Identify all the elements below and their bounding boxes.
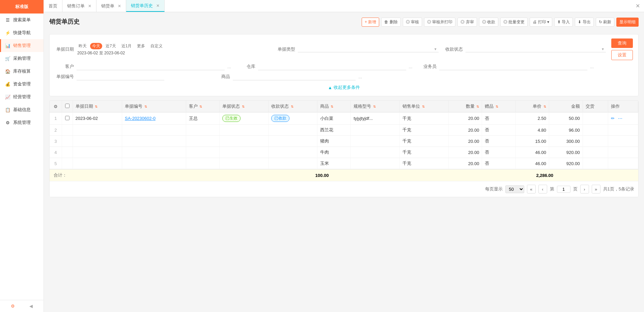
date-1month[interactable]: 近1月 xyxy=(119,43,134,49)
title-toolbar-row: 销货单历史 + 新增 🗑 删除 ◎ 审核 ◎ 审核并打印 ◎ 弃审 ◎ 收款 ◎… xyxy=(49,18,639,31)
date-yesterday[interactable]: 昨天 xyxy=(77,43,89,49)
th-collect-status[interactable]: 收款状态 ⇅ xyxy=(268,101,317,112)
th-date[interactable]: 单据日期 ⇅ xyxy=(73,101,122,112)
sidebar-item-search-menu[interactable]: ☰ 搜索菜单 xyxy=(0,14,44,26)
per-page-select[interactable]: 50 100 200 xyxy=(505,185,524,193)
pagination: 每页显示 50 100 200 « ‹ 第 页 › » 共1页，5条记录 xyxy=(50,181,638,197)
table-row: 4 牛肉 千克 20.00 否 46.00 920.00 xyxy=(50,147,638,158)
row5-gift: 否 xyxy=(482,158,515,169)
page-input[interactable] xyxy=(557,186,570,193)
th-unit[interactable]: 销售单位 ⇅ xyxy=(400,101,449,112)
sidebar-item-operations[interactable]: 📈 经营管理 xyxy=(0,90,44,103)
th-spec[interactable]: 规格型号 ⇅ xyxy=(351,101,400,112)
prev-page-btn[interactable]: ‹ xyxy=(538,185,547,193)
doc-no-input[interactable] xyxy=(77,73,164,80)
sidebar-collapse-icon[interactable]: ◀ xyxy=(29,304,33,309)
next-page-btn[interactable]: › xyxy=(580,185,589,193)
th-customer[interactable]: 客户 ⇅ xyxy=(186,101,219,112)
th-amount[interactable]: 金额 xyxy=(549,101,583,112)
th-qty[interactable]: 数量 ⇅ xyxy=(449,101,482,112)
row1-docno[interactable]: SA-20230602-0 xyxy=(122,112,186,125)
date-custom[interactable]: 自定义 xyxy=(148,43,165,49)
sidebar-item-basic-info[interactable]: 📋 基础信息 xyxy=(0,103,44,116)
sidebar-item-sales-mgmt[interactable]: 📊 销售管理 xyxy=(0,39,44,52)
customer-input[interactable] xyxy=(77,63,225,70)
date-more[interactable]: 更多 xyxy=(135,43,147,49)
row3-checkbox xyxy=(62,136,73,147)
batch-change-button[interactable]: ◎ 批量变更 xyxy=(500,18,528,27)
sort-gift-icon: ⇅ xyxy=(496,105,498,108)
row1-spec: tyjyjtyjdf... xyxy=(351,112,400,125)
sidebar-item-purchase-mgmt[interactable]: 🛒 采购管理 xyxy=(0,52,44,65)
tab-sales-order-close[interactable]: ✕ xyxy=(88,4,91,8)
row1-amount: 50.00 xyxy=(549,112,583,125)
row1-checkbox[interactable] xyxy=(62,112,73,125)
warehouse-more-icon[interactable]: ... xyxy=(409,64,413,69)
window-close-btn[interactable]: ✕ xyxy=(632,3,644,9)
th-doc-no[interactable]: 单据编号 ⇅ xyxy=(122,101,186,112)
show-detail-button[interactable]: 显示明细 xyxy=(616,18,639,27)
doc-type-label: 单据类型 xyxy=(276,46,295,52)
collapse-row[interactable]: ▲ 收起更多条件 xyxy=(55,83,633,92)
audit-print-button[interactable]: ◎ 审核并打印 xyxy=(424,18,455,27)
tab-home[interactable]: 首页 xyxy=(44,0,62,12)
row5-transaction xyxy=(583,158,608,169)
query-button[interactable]: 查询 xyxy=(611,38,633,48)
tab-sales-goods[interactable]: 销货单 ✕ xyxy=(96,0,126,12)
row1-more-icon[interactable]: ⋯ xyxy=(618,116,622,121)
goods-more-icon[interactable]: ... xyxy=(358,74,362,79)
select-all-checkbox[interactable] xyxy=(65,104,69,108)
row5-doc-status xyxy=(219,158,268,169)
sidebar-item-inventory[interactable]: 🏠 库存核算 xyxy=(0,65,44,78)
print-button[interactable]: 🖨 打印 ▾ xyxy=(530,18,552,27)
first-page-btn[interactable]: « xyxy=(527,185,536,193)
sidebar-item-quick-nav[interactable]: ⚡ 快捷导航 xyxy=(0,26,44,39)
date-today[interactable]: 今天 xyxy=(90,43,102,49)
sidebar-bottom: ⚙ ◀ xyxy=(0,300,44,312)
tab-sales-goods-close[interactable]: ✕ xyxy=(118,4,121,8)
row1-edit-icon[interactable]: ✏ xyxy=(611,116,615,121)
th-gift[interactable]: 赠品 ⇅ xyxy=(482,101,515,112)
row4-docno xyxy=(122,147,186,158)
delete-button[interactable]: 🗑 删除 xyxy=(381,18,400,27)
goods-input[interactable] xyxy=(233,73,356,80)
warehouse-input[interactable] xyxy=(258,63,406,70)
filter-settings-button[interactable]: 设置 xyxy=(611,50,633,60)
tab-sales-history-close[interactable]: ✕ xyxy=(156,3,160,8)
sort-price-icon: ⇅ xyxy=(543,105,546,108)
sort-goods-icon: ⇅ xyxy=(331,105,333,108)
row4-customer xyxy=(186,147,219,158)
refresh-button[interactable]: ↻ 刷新 xyxy=(596,18,614,27)
sidebar-item-finance[interactable]: 💰 资金管理 xyxy=(0,78,44,90)
tab-sales-history[interactable]: 销货单历史 ✕ xyxy=(126,0,165,12)
sidebar-item-system[interactable]: ⚙ 系统管理 xyxy=(0,116,44,129)
row3-customer xyxy=(186,136,219,147)
th-checkbox[interactable] xyxy=(62,101,73,112)
sidebar-settings-icon[interactable]: ⚙ xyxy=(11,304,15,309)
row2-unit: 千克 xyxy=(400,125,449,136)
date-7days[interactable]: 近7天 xyxy=(104,43,118,49)
last-page-btn[interactable]: » xyxy=(592,185,600,193)
filter-row-1: 单据日期 昨天 今天 近7天 近1月 更多 自定义 2023-06-02 至 2… xyxy=(55,38,633,60)
add-button[interactable]: + 新增 xyxy=(362,18,379,27)
salesperson-more-icon[interactable]: ... xyxy=(590,64,594,69)
import-button[interactable]: ⬆ 导入 xyxy=(554,18,573,27)
row1-doc-status: 已生效 xyxy=(219,112,268,125)
collect-button[interactable]: ◎ 收款 xyxy=(479,18,498,27)
table-footer: 合计： 100.00 2,286.00 xyxy=(50,169,638,181)
th-gear[interactable]: ⚙ xyxy=(50,101,62,112)
filter-warehouse: 仓库 ... xyxy=(236,63,413,70)
th-doc-status[interactable]: 单据状态 ⇅ xyxy=(219,101,268,112)
audit-button[interactable]: ◎ 审核 xyxy=(403,18,422,27)
doc-type-select[interactable]: ▼ xyxy=(298,46,438,52)
row4-date xyxy=(73,147,122,158)
th-price[interactable]: 单价 ⇅ xyxy=(515,101,549,112)
collect-status-select[interactable]: ▼ xyxy=(466,46,606,52)
tab-sales-order[interactable]: 销售订单 ✕ xyxy=(62,0,96,12)
export-button[interactable]: ⬇ 导出 xyxy=(575,18,593,27)
salesperson-input[interactable] xyxy=(439,63,587,70)
th-goods[interactable]: 商品 ⇅ xyxy=(317,101,351,112)
customer-more-icon[interactable]: ... xyxy=(227,64,231,69)
abandon-button[interactable]: ◎ 弃审 xyxy=(457,18,477,27)
row4-spec xyxy=(351,147,400,158)
